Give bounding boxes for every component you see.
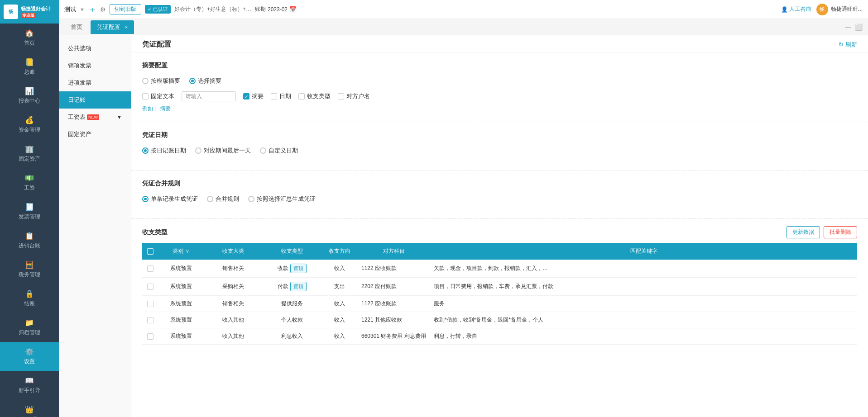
nav-item-sales-invoice[interactable]: 销项发票 <box>59 57 131 74</box>
topbar-add-button[interactable]: ＋ <box>88 4 96 15</box>
row-keywords-1: 项目，日常费用，报销款，车费，承兑汇票，付款 <box>430 278 857 296</box>
table-row: 系统预置 收入其他 个人收款 收入 1221 其他应收款 收到*借款，收到*备用… <box>142 312 857 328</box>
income-expense-table: 类别 ∨ 收支大类 收支类型 收支方向 <box>142 243 857 345</box>
table-header-check[interactable] <box>142 243 158 260</box>
checkbox-counterparty[interactable]: 对方户名 <box>338 92 370 100</box>
topbar-settings-button[interactable]: ⚙ <box>100 6 106 13</box>
archive-icon: 📁 <box>25 318 34 327</box>
radio-template-summary[interactable]: 按模版摘要 <box>142 77 180 85</box>
fixed-assets-icon: 🏢 <box>25 145 34 153</box>
tabs-actions: — ⬜ <box>845 24 863 31</box>
switch-version-button[interactable]: 切到旧版 <box>110 4 141 14</box>
row-direction-2: 收入 <box>321 296 358 312</box>
nav-item-journal[interactable]: 日记账 <box>59 91 131 109</box>
table-header-keywords: 匹配关键字 <box>430 243 857 260</box>
minimize-icon[interactable]: — <box>845 24 851 31</box>
row-checkbox-3[interactable] <box>147 317 153 323</box>
user-menu[interactable]: 畅 畅捷通旺旺... <box>816 4 863 15</box>
row-check-3[interactable] <box>142 312 158 328</box>
row-keywords-3: 收到*借款，收到*备用金，退回*备用金，个人 <box>430 312 857 328</box>
radio-period-last[interactable]: 对应期间最后一天 <box>195 147 251 155</box>
sidebar-item-home[interactable]: 🏠 首页 <box>0 24 59 52</box>
radio-journal-date[interactable]: 按日记账日期 <box>142 147 186 155</box>
type-tag-0[interactable]: 置顶 <box>290 264 307 273</box>
merge-rules-title: 凭证合并规则 <box>142 180 857 188</box>
summary-radio-group: 按模版摘要 选择摘要 <box>142 77 857 85</box>
refresh-button[interactable]: ↻ 刷新 <box>839 41 857 49</box>
service-button[interactable]: 👤 人工咨询 <box>781 5 811 13</box>
maximize-icon[interactable]: ⬜ <box>855 24 863 31</box>
checkbox-summary[interactable]: ✓ 摘要 <box>243 92 264 100</box>
row-checkbox-4[interactable] <box>147 333 153 340</box>
update-data-button[interactable]: 更新数据 <box>786 226 820 238</box>
page-header: 凭证配置 ↻ 刷新 <box>131 35 868 52</box>
row-category-4: 系统预置 <box>158 328 204 345</box>
row-type-3: 个人收款 <box>263 312 321 328</box>
radio-single[interactable]: 单条记录生成凭证 <box>142 195 198 203</box>
row-direction-0: 收入 <box>321 260 358 278</box>
row-check-0[interactable] <box>142 260 158 278</box>
row-category-2: 系统预置 <box>158 296 204 312</box>
row-major-1: 采购相关 <box>204 278 263 296</box>
sidebar-item-guide[interactable]: 📖 新手引导 <box>0 371 59 400</box>
table-header-major: 收支大类 <box>204 243 263 260</box>
table-row: 系统预置 收入其他 利息收入 收入 660301 财务费用 利息费用 利息，行转… <box>142 328 857 345</box>
summary-checkbox-row: 固定文本 ✓ 摘要 日期 收支类型 <box>142 91 857 101</box>
merge-rules-radio-group: 单条记录生成凭证 合并规则 按照选择汇总生成凭证 <box>142 195 857 203</box>
row-checkbox-1[interactable] <box>147 284 153 290</box>
tab-close-icon[interactable]: × <box>125 24 128 30</box>
sidebar-item-report[interactable]: 📊 报表中心 <box>0 81 59 110</box>
row-check-1[interactable] <box>142 278 158 296</box>
sidebar-item-fixed-assets[interactable]: 🏢 固定资产 <box>0 139 59 168</box>
row-checkbox-0[interactable] <box>147 265 153 272</box>
table-header-category[interactable]: 类别 ∨ <box>158 243 204 260</box>
row-major-0: 销售相关 <box>204 260 263 278</box>
checkbox-fixed-text[interactable]: 固定文本 <box>142 92 174 100</box>
sidebar-item-archive[interactable]: 📁 归档管理 <box>0 313 59 342</box>
radio-select-summary[interactable]: 选择摘要 <box>189 77 221 85</box>
row-checkbox-2[interactable] <box>147 301 153 307</box>
nav-item-payroll[interactable]: 工资表 NEW ▼ <box>59 109 131 126</box>
row-subject-1: 2202 应付账款 <box>358 278 430 296</box>
radio-custom-date[interactable]: 自定义日期 <box>260 147 298 155</box>
summary-box: ✓ <box>243 93 249 100</box>
row-check-2[interactable] <box>142 296 158 312</box>
row-check-4[interactable] <box>142 328 158 345</box>
example-text: 例如： 摘要 <box>142 105 857 113</box>
voucher-date-radio-group: 按日记账日期 对应期间最后一天 自定义日期 <box>142 147 857 155</box>
sidebar-item-ledger[interactable]: 📒 总账 <box>0 52 59 81</box>
sidebar-item-label: 进销台账 <box>19 242 40 250</box>
service-icon: 👤 <box>781 6 788 13</box>
header-checkbox[interactable] <box>147 248 153 255</box>
tab-voucher-config[interactable]: 凭证配置 × <box>91 20 134 34</box>
table-row: 系统预置 销售相关 收款 置顶 收入 1122 应收账款 欠款，现金，项目款，到… <box>142 260 857 278</box>
radio-summary-total[interactable]: 按照选择汇总生成凭证 <box>248 195 316 203</box>
nav-item-fixed-assets-nav[interactable]: 固定资产 <box>59 126 131 143</box>
batch-delete-button[interactable]: 批量删除 <box>824 226 857 238</box>
fixed-text-input[interactable] <box>182 91 236 101</box>
sidebar-item-tax[interactable]: 🧮 税务管理 <box>0 255 59 284</box>
radio-merge[interactable]: 合并规则 <box>207 195 239 203</box>
sidebar-item-close[interactable]: 🔒 结账 <box>0 284 59 313</box>
merge-circle <box>207 196 213 202</box>
sidebar-item-fund[interactable]: 💰 资金管理 <box>0 110 59 139</box>
checkbox-date[interactable]: 日期 <box>271 92 291 100</box>
sidebar-item-invoice[interactable]: 🧾 发票管理 <box>0 197 59 226</box>
topbar-dropdown-arrow[interactable]: ▼ <box>80 7 85 12</box>
nav-item-public[interactable]: 公共选项 <box>59 40 131 57</box>
sidebar-item-label: 税务管理 <box>19 271 40 279</box>
tab-home[interactable]: 首页 <box>64 20 89 34</box>
sidebar-item-salary[interactable]: 💵 工资 <box>0 168 59 197</box>
sidebar-item-member[interactable]: 👑 畅会员 <box>0 400 59 417</box>
type-tag-1[interactable]: 置顶 <box>290 282 307 291</box>
sidebar-item-label: 报表中心 <box>19 97 40 105</box>
sidebar-item-settings[interactable]: ⚙️ 设置 <box>0 342 59 371</box>
nav-item-purchase-invoice[interactable]: 进项发票 <box>59 74 131 91</box>
calendar-icon[interactable]: 📅 <box>289 6 297 13</box>
row-keywords-2: 服务 <box>430 296 857 312</box>
row-direction-4: 收入 <box>321 328 358 345</box>
summary-config-title: 摘要配置 <box>142 62 857 70</box>
sidebar-item-sales[interactable]: 📋 进销台账 <box>0 226 59 255</box>
checkbox-income-type[interactable]: 收支类型 <box>298 92 331 100</box>
income-expense-section: 收支类型 更新数据 批量删除 类别 ∨ <box>131 219 868 352</box>
